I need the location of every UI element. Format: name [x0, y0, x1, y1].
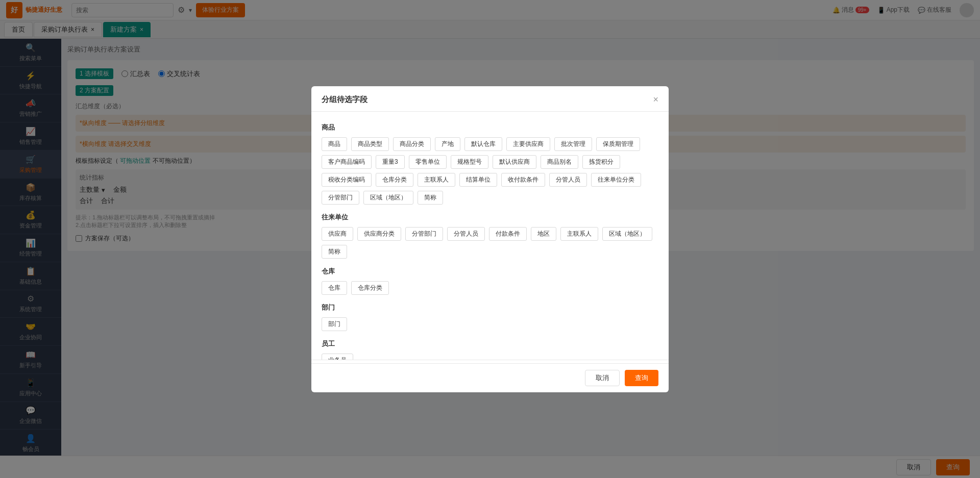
- confirm-button[interactable]: 查询: [625, 370, 658, 386]
- field-tag-仓库分类[interactable]: 仓库分类: [376, 173, 413, 187]
- modal-footer: 取消 查询: [311, 363, 669, 392]
- field-tag-拣货积分[interactable]: 拣货积分: [582, 155, 620, 169]
- field-tag-默认仓库[interactable]: 默认仓库: [464, 137, 502, 151]
- field-tag-税收分类编码[interactable]: 税收分类编码: [322, 173, 372, 187]
- section-title-goods: 商品: [322, 123, 658, 132]
- field-tag-产地[interactable]: 产地: [435, 137, 460, 151]
- field-tag-简称[interactable]: 简称: [418, 191, 443, 205]
- field-tag-零售单位[interactable]: 零售单位: [409, 155, 447, 169]
- field-grid-department: 部门: [322, 317, 658, 331]
- field-tag-仓库分类[interactable]: 仓库分类: [351, 281, 389, 295]
- field-tag-分管部门[interactable]: 分管部门: [405, 227, 443, 241]
- modal-close-button[interactable]: ×: [653, 94, 658, 105]
- modal-header: 分组待选字段 ×: [311, 86, 669, 112]
- field-grid-goods: 商品商品类型商品分类产地默认仓库主要供应商批次管理保质期管理客户商品编码重量3零…: [322, 137, 658, 205]
- section-title-employee: 员工: [322, 339, 658, 348]
- field-tag-商品类型[interactable]: 商品类型: [351, 137, 389, 151]
- field-tag-付款条件[interactable]: 付款条件: [489, 227, 527, 241]
- field-tag-商品别名[interactable]: 商品别名: [541, 155, 578, 169]
- field-tag-部门[interactable]: 部门: [322, 317, 347, 331]
- field-tag-区域（地区）[interactable]: 区域（地区）: [363, 191, 413, 205]
- field-tag-分管人员[interactable]: 分管人员: [549, 173, 587, 187]
- field-tag-主联系人[interactable]: 主联系人: [418, 173, 455, 187]
- field-grid-partner: 供应商供应商分类分管部门分管人员付款条件地区主联系人区域（地区）简称: [322, 227, 658, 259]
- field-tag-分管人员[interactable]: 分管人员: [447, 227, 485, 241]
- field-tag-往来单位分类[interactable]: 往来单位分类: [591, 173, 641, 187]
- field-tag-规格型号[interactable]: 规格型号: [451, 155, 488, 169]
- field-tag-批次管理[interactable]: 批次管理: [554, 137, 592, 151]
- field-tag-保质期管理[interactable]: 保质期管理: [596, 137, 640, 151]
- field-tag-客户商品编码[interactable]: 客户商品编码: [322, 155, 372, 169]
- modal-title: 分组待选字段: [322, 95, 368, 105]
- section-title-department: 部门: [322, 303, 658, 312]
- field-tag-重量3[interactable]: 重量3: [376, 155, 405, 169]
- field-tag-主联系人[interactable]: 主联系人: [560, 227, 598, 241]
- field-tag-地区[interactable]: 地区: [531, 227, 556, 241]
- field-tag-主要供应商[interactable]: 主要供应商: [506, 137, 550, 151]
- field-tag-仓库[interactable]: 仓库: [322, 281, 347, 295]
- field-tag-简称[interactable]: 简称: [322, 245, 347, 259]
- field-grid-employee: 业务员: [322, 354, 658, 360]
- field-tag-业务员[interactable]: 业务员: [322, 354, 353, 360]
- modal: 分组待选字段 × 商品商品商品类型商品分类产地默认仓库主要供应商批次管理保质期管…: [311, 86, 669, 392]
- field-tag-结算单位[interactable]: 结算单位: [459, 173, 497, 187]
- field-tag-商品[interactable]: 商品: [322, 137, 347, 151]
- field-tag-供应商分类[interactable]: 供应商分类: [357, 227, 401, 241]
- field-tag-区域（地区）[interactable]: 区域（地区）: [602, 227, 652, 241]
- section-title-partner: 往来单位: [322, 213, 658, 222]
- field-tag-商品分类[interactable]: 商品分类: [393, 137, 431, 151]
- field-tag-分管部门[interactable]: 分管部门: [322, 191, 359, 205]
- field-tag-默认供应商[interactable]: 默认供应商: [493, 155, 536, 169]
- field-tag-收付款条件[interactable]: 收付款条件: [501, 173, 545, 187]
- field-tag-供应商[interactable]: 供应商: [322, 227, 353, 241]
- modal-body: 商品商品商品类型商品分类产地默认仓库主要供应商批次管理保质期管理客户商品编码重量…: [311, 112, 669, 360]
- field-grid-warehouse: 仓库仓库分类: [322, 281, 658, 295]
- section-title-warehouse: 仓库: [322, 267, 658, 276]
- modal-overlay: 分组待选字段 × 商品商品商品类型商品分类产地默认仓库主要供应商批次管理保质期管…: [0, 0, 980, 478]
- cancel-button[interactable]: 取消: [585, 370, 620, 386]
